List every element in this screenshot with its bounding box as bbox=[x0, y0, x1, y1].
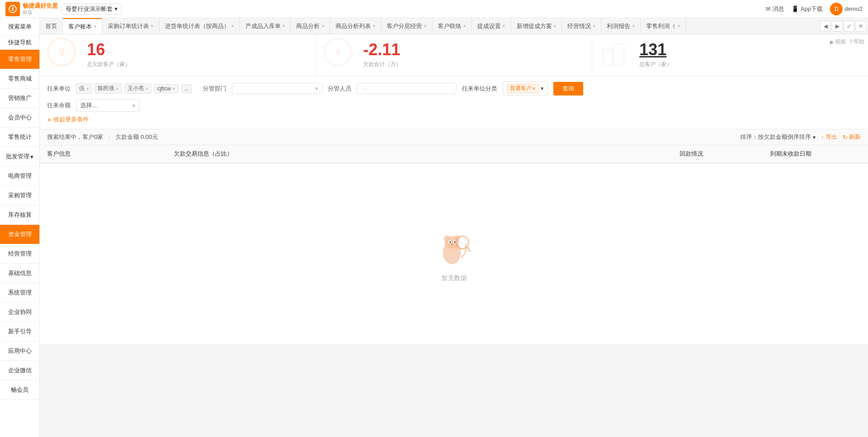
tab-purchase-order-close[interactable]: × bbox=[151, 24, 153, 28]
export-button[interactable]: ↑ 导出 bbox=[821, 133, 838, 141]
unit-class-tag-remove[interactable]: × bbox=[532, 86, 536, 92]
message-btn[interactable]: ✉ 消息 bbox=[766, 5, 784, 13]
sidebar-item-retail-stats[interactable]: 零售统计 bbox=[0, 128, 39, 147]
svg-text:¥: ¥ bbox=[11, 7, 14, 12]
tab-inbound-stats[interactable]: 进货单统计表（按商品） × bbox=[159, 18, 240, 34]
video-label: 视频 bbox=[835, 38, 846, 46]
stats-bar: ¥ 16 总欠款客户（家） ✦ -2.11 欠款合计（万） bbox=[40, 34, 868, 76]
tab-business-close[interactable]: × bbox=[593, 24, 595, 28]
sidebar-item-enterprise-wechat[interactable]: 企业微信 bbox=[0, 361, 39, 380]
tab-customer-cost[interactable]: 客户账本 × bbox=[63, 18, 102, 34]
person-select[interactable]: ··· bbox=[357, 83, 456, 94]
message-label: 消息 bbox=[772, 5, 784, 13]
tab-scroll-left-btn[interactable]: ◀ bbox=[820, 21, 831, 32]
tab-customer-segment[interactable]: 客户分层经营 × bbox=[381, 18, 432, 34]
refresh-label: 刷新 bbox=[849, 133, 861, 141]
tab-scroll-right-btn[interactable]: ▶ bbox=[832, 21, 843, 32]
sidebar-item-member-plus[interactable]: 畅会员 bbox=[0, 380, 39, 400]
sidebar-item-inventory[interactable]: 库存核算 bbox=[0, 205, 39, 225]
sidebar-search[interactable]: 搜索菜单 bbox=[0, 18, 39, 36]
app-download-btn[interactable]: 📱 App下载 bbox=[791, 5, 823, 13]
tab-goods-analysis-list[interactable]: 商品分析列表 × bbox=[330, 18, 381, 34]
tab-goods-analysis-list-close[interactable]: × bbox=[373, 24, 375, 28]
svg-point-18 bbox=[449, 242, 451, 243]
sidebar-item-newbie[interactable]: 新手引导 bbox=[0, 322, 39, 342]
help-link[interactable]: ? 帮助 bbox=[849, 38, 864, 46]
tab-goods-analysis-list-label: 商品分析列表 bbox=[336, 22, 371, 30]
video-link[interactable]: ▶ 视频 bbox=[830, 38, 846, 46]
avatar: D bbox=[830, 3, 843, 15]
query-button[interactable]: 查询 bbox=[553, 82, 583, 95]
sidebar-item-marketing[interactable]: 营销推广 bbox=[0, 89, 39, 108]
stat-owe-icon: ¥ bbox=[47, 38, 76, 66]
user-area[interactable]: D demo2 bbox=[830, 3, 863, 15]
dept-select[interactable]: ▾ bbox=[232, 83, 322, 94]
unit-tag-wu-remove[interactable]: × bbox=[86, 86, 89, 91]
stat-building-icon bbox=[599, 40, 628, 69]
unit-tag-more[interactable]: ... bbox=[181, 84, 192, 93]
company-name: 母婴行业演示帐套 bbox=[66, 5, 113, 13]
tab-promotion-settings-close[interactable]: × bbox=[503, 24, 505, 28]
tab-product-inbound-close[interactable]: × bbox=[283, 24, 285, 28]
tab-customer-contact-close[interactable]: × bbox=[463, 24, 466, 28]
balance-select[interactable]: 选择... ▾ bbox=[76, 99, 139, 112]
sidebar-item-retail-mgmt[interactable]: 零售管理 bbox=[0, 50, 39, 69]
tab-maximize-btn[interactable]: ⤢ bbox=[844, 21, 854, 32]
sidebar-item-ecom[interactable]: 电商管理 bbox=[0, 166, 39, 186]
tab-retail-profit[interactable]: 零售利润（ × bbox=[641, 18, 686, 34]
sort-arrow-icon: ▾ bbox=[813, 134, 816, 141]
tab-profit-report[interactable]: 利润报告 × bbox=[601, 18, 641, 34]
collapse-area: ∧ 收起更多条件 bbox=[47, 115, 861, 124]
sidebar-item-member[interactable]: 会员中心 bbox=[0, 108, 39, 128]
sidebar-item-purchase[interactable]: 采购管理 bbox=[0, 186, 39, 205]
help-icon: ? bbox=[849, 39, 853, 45]
chevron-down-icon: ▾ bbox=[30, 153, 34, 160]
tab-new-promotion[interactable]: 新增提成方案 × bbox=[511, 18, 562, 34]
unit-tag-wu: 伍 × bbox=[76, 83, 92, 94]
stat-owe-customers-label: 总欠款客户（家） bbox=[87, 61, 305, 68]
tab-goods-analysis-close[interactable]: × bbox=[321, 24, 324, 28]
tab-retail-profit-close[interactable]: × bbox=[677, 24, 680, 28]
tab-promotion-settings[interactable]: 提成设置 × bbox=[472, 18, 511, 34]
tab-home[interactable]: 首页 bbox=[40, 18, 63, 34]
sidebar-item-retail-mall[interactable]: 零售商城 bbox=[0, 69, 39, 89]
empty-illustration bbox=[432, 225, 477, 271]
tab-goods-analysis[interactable]: 商品分析 × bbox=[291, 18, 330, 34]
company-select[interactable]: 母婴行业演示帐套 ▾ bbox=[62, 4, 122, 14]
unit-tag-cjttcw-remove[interactable]: × bbox=[172, 86, 175, 91]
sidebar-item-basic[interactable]: 基础信息 bbox=[0, 264, 39, 283]
tab-customer-segment-close[interactable]: × bbox=[424, 24, 427, 28]
play-icon: ▶ bbox=[830, 39, 834, 45]
collapse-button[interactable]: ∧ 收起更多条件 bbox=[47, 115, 89, 124]
unit-tag-wang-remove[interactable]: × bbox=[145, 86, 148, 91]
sidebar-item-ops[interactable]: 经营管理 bbox=[0, 244, 39, 264]
tab-goods-analysis-label: 商品分析 bbox=[296, 22, 320, 30]
tab-close-all-btn[interactable]: ✕ bbox=[855, 21, 866, 32]
topbar-right: ✉ 消息 📱 App下载 D demo2 bbox=[766, 3, 863, 15]
tab-product-inbound[interactable]: 产成品入库单 × bbox=[240, 18, 291, 34]
sidebar-item-finance[interactable]: 资金管理 bbox=[0, 225, 39, 244]
results-divider: | bbox=[109, 133, 110, 140]
tab-bar-actions: ◀ ▶ ⤢ ✕ bbox=[820, 21, 868, 32]
sidebar-item-enterprise[interactable]: 企业协同 bbox=[0, 303, 39, 322]
stat-total-customers: 131 总客户（家） ▶ 视频 ? 帮助 bbox=[592, 34, 868, 76]
tab-inbound-close[interactable]: × bbox=[231, 24, 234, 28]
sidebar-item-wholesale[interactable]: 批发管理 ▾ bbox=[0, 147, 39, 166]
sort-select[interactable]: 排序：按欠款金额倒序排序 ▾ bbox=[740, 133, 816, 141]
balance-filter-label: 往来余额 bbox=[47, 101, 71, 109]
tab-customer-cost-close[interactable]: × bbox=[94, 24, 96, 29]
refresh-button[interactable]: ↻ 刷新 bbox=[843, 133, 861, 141]
tab-business[interactable]: 经营情况 × bbox=[562, 18, 601, 34]
tab-bar: 首页 客户账本 × 采购订单统计表 × 进货单统计表（按商品） × 产成品入库单… bbox=[40, 18, 868, 34]
tab-profit-report-close[interactable]: × bbox=[632, 24, 635, 28]
tab-new-promotion-close[interactable]: × bbox=[554, 24, 556, 28]
sidebar-item-system[interactable]: 系统管理 bbox=[0, 283, 39, 303]
svg-rect-6 bbox=[603, 49, 612, 65]
tab-customer-contact[interactable]: 客户联络 × bbox=[432, 18, 472, 34]
tab-purchase-order-stats[interactable]: 采购订单统计表 × bbox=[102, 18, 159, 34]
sidebar-item-app-center[interactable]: 应用中心 bbox=[0, 342, 39, 361]
unit-class-select[interactable]: 普通客户 × ▾ bbox=[503, 81, 548, 95]
tab-customer-cost-label: 客户账本 bbox=[68, 23, 92, 31]
sidebar-quick-nav[interactable]: 快捷导航 bbox=[0, 36, 39, 50]
unit-tag-chen-remove[interactable]: × bbox=[115, 86, 118, 91]
